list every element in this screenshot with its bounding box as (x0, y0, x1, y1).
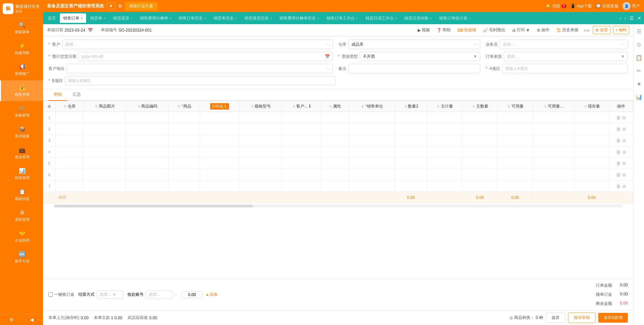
delivery-date-input[interactable]: yyyy-mm-dd 📅 (78, 52, 333, 61)
customer-address-input[interactable]: ··· (67, 64, 333, 73)
add-payment-btn[interactable]: ● 添加 (206, 292, 218, 297)
scroll-thumb[interactable] (54, 205, 253, 207)
tab-return-history[interactable]: 销货退货历史 × (241, 13, 275, 23)
tab-close-daily-workbench[interactable]: × (395, 16, 397, 20)
copy-row-icon[interactable]: ⊕ (622, 138, 626, 143)
tab-sales-order-history[interactable]: 销售订单历史 × (175, 13, 210, 23)
notification-btn[interactable]: 🔔 消息 9 (546, 3, 566, 9)
sidebar-icon-5[interactable]: ★ (635, 79, 643, 88)
tab-goods-history[interactable]: 销货单历史 × (210, 13, 240, 23)
order-source-select[interactable]: 选择... ▼ (504, 52, 628, 61)
sidebar-item-operations[interactable]: 📊 经营管理 (0, 164, 43, 185)
online-service-btn[interactable]: 💬 在线客服 (596, 3, 618, 9)
sub-tab-detail[interactable]: 明细 (48, 89, 67, 101)
tab-sales-return[interactable]: 销货退货 × (110, 13, 136, 23)
salesperson-input[interactable]: 选择... ··· (500, 40, 628, 49)
discard-btn[interactable]: 放弃 (546, 313, 565, 323)
tab-close-sales-order[interactable]: × (81, 16, 83, 20)
tab-order-workbench[interactable]: 销售订单工作台 × (323, 13, 362, 23)
tab-close-sales-goods[interactable]: × (104, 16, 106, 20)
tab-close-sales-fee[interactable]: × (169, 16, 172, 20)
view-btn[interactable]: ▶ 视频 (416, 26, 432, 34)
sidebar-item-basic[interactable]: 📋 基础信息 (0, 185, 43, 205)
history-btn[interactable]: 📜 历史单据 (554, 26, 580, 34)
sidebar-item-enterprise[interactable]: 🤝 企业协同 (0, 226, 43, 247)
scan-btn[interactable]: 扫码录入 (210, 103, 229, 110)
add-material-btn[interactable]: + 物料 (613, 26, 629, 34)
tab-close-daily-reconcile[interactable]: × (430, 16, 432, 20)
tab-sales-goods[interactable]: 销货单 × (87, 13, 109, 23)
sidebar-item-purchase[interactable]: 🛒 采购管理 (0, 101, 43, 122)
gear-icon[interactable]: ⚙ (47, 104, 51, 109)
copy-row-icon[interactable]: ⊕ (622, 184, 626, 189)
system-selector[interactable]: ▼ (107, 3, 115, 9)
amount-input[interactable]: 0.00 (182, 291, 202, 298)
sidebar-icon-1[interactable]: ☰ (635, 27, 643, 36)
copy-row-icon[interactable]: ⊕ (622, 172, 626, 177)
sidebar-item-inventory[interactable]: 📦 库存核算 (0, 122, 43, 143)
a-project-input[interactable]: 请输入A项目 (502, 64, 628, 73)
one-click-payment-input[interactable] (48, 292, 53, 297)
copy-row-icon[interactable]: ⊕ (622, 126, 626, 132)
tab-prev-btn[interactable]: ‹ (618, 15, 623, 22)
one-click-payment-checkbox[interactable]: 一键收订金 (48, 292, 74, 297)
tab-daily-workbench[interactable]: 钱货日清工作台 × (362, 13, 401, 23)
collapse-icon[interactable]: ◀ (30, 317, 34, 322)
tab-home[interactable]: 首页 (44, 13, 59, 23)
receipt-account-select[interactable]: 选择... (146, 290, 173, 299)
sidebar-item-guide[interactable]: 🆕 新手引导 (0, 247, 43, 268)
tab-menu-btn[interactable]: ☰ (628, 15, 635, 22)
tab-close-sales-stats[interactable]: × (469, 16, 471, 20)
tab-fee-history[interactable]: 销售费用分摊单历史 × (276, 13, 323, 23)
tab-sales-fee[interactable]: 销售费用分摊单 × (137, 13, 175, 23)
settings-bottom-icon[interactable]: ⚙ (9, 317, 14, 322)
app-download-btn[interactable]: 📱 App下载 (570, 3, 592, 9)
sidebar-item-marketing[interactable]: 📢 营销推广 (0, 59, 43, 80)
save-draft-btn[interactable]: 保存草稿 (568, 313, 596, 323)
tab-close-fee-history[interactable]: × (317, 16, 319, 20)
delete-row-icon[interactable]: 🗑 (616, 138, 621, 143)
save-new-btn[interactable]: 保存&新增 (598, 313, 628, 323)
sidebar-icon-2[interactable]: ⊙ (635, 40, 642, 49)
copy-row-icon[interactable]: ⊕ (622, 115, 626, 120)
delete-row-icon[interactable]: 🗑 (616, 172, 621, 177)
warehouse-input[interactable]: 成品库 ··· (348, 40, 481, 49)
receipt-more-icon[interactable]: ··· (175, 292, 178, 297)
sidebar-item-sales[interactable]: 💰 销售管理 (0, 80, 43, 101)
remark-input[interactable] (348, 64, 481, 73)
copy-row-icon[interactable]: ⊕ (622, 149, 626, 155)
tab-close-sales-return[interactable]: × (130, 16, 132, 20)
sub-tab-summary[interactable]: 汇总 (67, 89, 86, 101)
delete-row-icon[interactable]: 🗑 (616, 126, 621, 132)
sidebar-icon-6[interactable]: 📊 (634, 92, 644, 101)
tab-close-return-history[interactable]: × (270, 16, 272, 20)
delivery-calendar-icon[interactable]: 📅 (325, 54, 330, 59)
tab-close-all-btn[interactable]: ✕ (636, 15, 643, 22)
copy-row-icon[interactable]: ⊕ (622, 161, 626, 166)
calendar-icon[interactable]: 📅 (88, 28, 93, 33)
tab-sales-stats[interactable]: 销售订单统计表 × (436, 13, 474, 23)
print-btn[interactable]: 🖨 打印 ▼ (510, 26, 532, 34)
industry-btn[interactable]: 体验行业方案 (125, 2, 157, 10)
profit-btn[interactable]: 📈 毛利预估 (481, 26, 507, 34)
customer-input[interactable]: 选择... ··· (62, 40, 333, 49)
user-btn[interactable]: 👤 用户 (622, 2, 640, 10)
th-gear[interactable]: ⚙ (43, 101, 55, 112)
delete-row-icon[interactable]: 🗑 (616, 149, 621, 155)
operation-btn[interactable]: ⚙ 操作 (535, 26, 552, 34)
b-project-input[interactable]: 请输入B项目 (65, 76, 336, 85)
sidebar-icon-4[interactable]: ✏ (635, 66, 642, 75)
delete-row-icon[interactable]: 🗑 (616, 115, 621, 120)
tab-close-order-workbench[interactable]: × (356, 16, 358, 20)
tab-sales-order[interactable]: 销售订单 × (60, 13, 86, 23)
tab-close-goods-history[interactable]: × (235, 16, 237, 20)
sidebar-item-finance[interactable]: 💼 资金管理 (0, 143, 43, 164)
tab-close-sales-order-history[interactable]: × (204, 16, 206, 20)
sidebar-item-system[interactable]: ⚙ 系统管理 (0, 205, 43, 226)
scroll-track[interactable] (54, 205, 622, 207)
settings-btn[interactable]: ⚙ 设置 (593, 26, 610, 34)
tab-daily-reconcile[interactable]: 钱货日清对账 × (401, 13, 435, 23)
delete-row-icon[interactable]: 🗑 (616, 184, 621, 189)
header-gear-icon[interactable]: ⚙ (118, 3, 122, 9)
help-btn[interactable]: ❓ 帮助 (434, 26, 453, 34)
